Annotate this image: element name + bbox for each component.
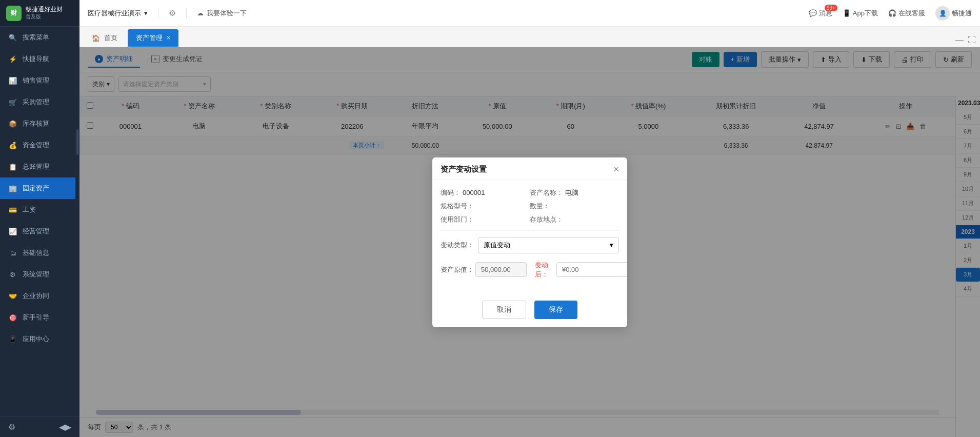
apps-icon: 📱 [8,334,17,344]
sidebar-item-ledger[interactable]: 📋 总账管理 [0,156,79,177]
sidebar-item-system[interactable]: ⚙ 系统管理 [0,264,79,285]
quick-nav-icon: ⚡ [8,54,17,64]
sidebar-item-inventory[interactable]: 📦 库存核算 [0,113,79,134]
sidebar-item-inventory-label: 库存核算 [23,119,49,128]
modal-save-button[interactable]: 保存 [534,301,577,319]
ops-icon: 📈 [8,227,17,236]
sidebar-bottom: ⚙ ◀▶ [0,416,79,437]
purchase-icon: 🛒 [8,97,17,107]
modal-name-field: 资产名称： 电脑 [530,188,619,197]
modal-name-value: 电脑 [565,188,578,197]
sidebar-item-finance-label: 资金管理 [23,141,49,150]
home-icon: 🏠 [92,34,100,42]
sidebar-item-search-label: 搜索菜单 [23,33,49,42]
app-download-btn[interactable]: 📱 App下载 [843,9,878,18]
modal-asset-value-label: 资产原值： [441,265,471,274]
headset-icon: 🎧 [888,9,896,17]
app-download-label: App下载 [853,9,878,18]
payroll-icon: 💳 [8,205,17,214]
collab-icon: 🤝 [8,291,17,301]
username: 畅捷通 [952,9,972,18]
sidebar-nav: 🔍 搜索菜单 ⚡ 快捷导航 📊 销售管理 🛒 采购管理 📦 库存核算 💰 资金管… [0,27,79,416]
tab-home-label: 首页 [104,33,117,43]
logo-icon: 财 [6,6,22,21]
topbar-right: 💬 消息 99+ 📱 App下载 🎧 在线客服 👤 畅捷通 [809,6,972,21]
tab-minimize-icon[interactable]: — [955,35,964,45]
sidebar-item-fixed-assets[interactable]: 🏢 固定资产 [0,177,79,199]
settings-icon[interactable]: ⚙ [8,422,15,432]
avatar: 👤 [935,6,950,21]
tab-maximize-icon[interactable]: ⛶ [968,35,976,45]
sidebar-item-purchase[interactable]: 🛒 采购管理 [0,91,79,113]
sidebar-item-quick-nav[interactable]: ⚡ 快捷导航 [0,48,79,70]
ledger-icon: 📋 [8,162,17,171]
sidebar-item-payroll[interactable]: 💳 工资 [0,199,79,221]
sidebar-item-collab[interactable]: 🤝 企业协同 [0,285,79,307]
cloud-icon: ☁ [197,9,204,17]
modal-spec-field: 规格型号： [441,202,530,211]
sidebar-item-guide-label: 新手引导 [23,313,49,322]
message-badge: 99+ [825,5,837,11]
modal-change-type-select[interactable]: 原值变动 ▾ [478,237,619,253]
company-name: 医疗器械行业演示 [88,9,141,18]
sidebar: 财 畅捷通好业财 普及版 🔍 搜索菜单 ⚡ 快捷导航 📊 销售管理 🛒 采购管理… [0,0,79,437]
modal-dept-field: 使用部门： [441,215,530,224]
tab-close-icon[interactable]: × [167,34,170,42]
modal-after-value-input[interactable] [556,262,627,277]
sidebar-item-apps-label: 应用中心 [23,334,49,344]
tab-home[interactable]: 🏠 首页 [84,29,126,47]
tab-asset-mgmt[interactable]: 资产管理 × [128,29,178,47]
message-btn[interactable]: 💬 消息 99+ [809,9,832,18]
topbar: 医疗器械行业演示 ▾ ⚙ ☁ 我要体验一下 💬 消息 99+ 📱 App下载 🎧… [79,0,980,27]
topbar-divider2 [186,8,187,18]
tab-asset-mgmt-label: 资产管理 [136,33,163,43]
asset-change-modal: 资产变动设置 × 编码： 000001 资产名称： 电脑 [432,157,627,327]
logo-sub: 普及版 [26,13,63,21]
modal-spec-label: 规格型号： [441,202,474,211]
sidebar-item-system-label: 系统管理 [23,270,49,279]
modal-close-icon[interactable]: × [613,165,619,174]
settings-gear-icon[interactable]: ⚙ [169,8,176,18]
sidebar-item-finance[interactable]: 💰 资金管理 [0,134,79,156]
sales-icon: 📊 [8,76,17,85]
modal-asset-value-row: 资产原值： 50,000.00 变动后： [441,261,619,279]
modal-qty-label: 数量： [530,202,550,211]
modal-qty-field: 数量： [530,202,619,211]
system-icon: ⚙ [8,270,17,279]
main-area: 医疗器械行业演示 ▾ ⚙ ☁ 我要体验一下 💬 消息 99+ 📱 App下载 🎧… [79,0,980,437]
base-icon: 🗂 [8,248,17,257]
sidebar-item-base-label: 基础信息 [23,248,49,257]
guide-icon: 🎯 [8,313,17,322]
modal-code-field: 编码： 000001 [441,188,530,197]
modal-cancel-button[interactable]: 取消 [482,301,526,319]
sidebar-item-apps[interactable]: 📱 应用中心 [0,328,79,350]
sidebar-item-fixed-assets-label: 固定资产 [23,184,49,193]
modal-title: 资产变动设置 [441,165,487,174]
sidebar-item-collab-label: 企业协同 [23,291,49,301]
modal-body: 编码： 000001 资产名称： 电脑 规格型号： 数量： [432,180,627,294]
online-service-btn[interactable]: 🎧 在线客服 [888,9,925,18]
topbar-divider [158,8,158,18]
finance-icon: 💰 [8,141,17,150]
sidebar-item-sales[interactable]: 📊 销售管理 [0,70,79,91]
modal-location-label: 存放地点： [530,215,563,224]
sidebar-item-search[interactable]: 🔍 搜索菜单 [0,27,79,48]
sidebar-item-purchase-label: 采购管理 [23,97,49,107]
sidebar-item-base[interactable]: 🗂 基础信息 [0,242,79,264]
company-selector[interactable]: 医疗器械行业演示 ▾ [88,9,148,18]
online-service-label: 在线客服 [898,9,925,18]
required-star: 变动后： [535,261,548,279]
sidebar-item-guide[interactable]: 🎯 新手引导 [0,307,79,328]
collapse-icon[interactable]: ◀▶ [59,422,71,432]
sidebar-item-ops[interactable]: 📈 经营管理 [0,221,79,242]
sidebar-item-ledger-label: 总账管理 [23,162,49,171]
phone-icon: 📱 [843,9,851,17]
sidebar-item-sales-label: 销售管理 [23,76,49,85]
modal-dept-label: 使用部门： [441,215,474,224]
fixed-assets-icon: 🏢 [8,184,17,193]
experience-link[interactable]: ☁ 我要体验一下 [197,9,247,18]
user-menu[interactable]: 👤 畅捷通 [935,6,972,21]
change-type-chevron-icon: ▾ [610,241,613,249]
sidebar-item-quick-nav-label: 快捷导航 [23,54,49,64]
sidebar-item-payroll-label: 工资 [23,205,36,214]
